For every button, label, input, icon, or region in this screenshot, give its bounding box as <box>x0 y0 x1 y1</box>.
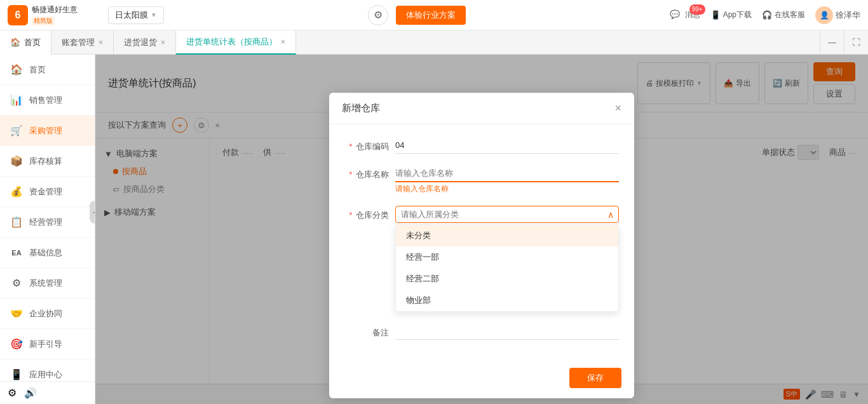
name-label: * 仓库名称 <box>344 165 395 180</box>
bell-icon: 💬 <box>670 10 680 19</box>
sidebar-item-guide[interactable]: 🎯 新手引导 <box>0 329 95 360</box>
tab-bar: 🏠 首页 账套管理 × 进货退货 × 进货单统计表（按商品） × — ⛶ <box>0 30 868 55</box>
tab-accounts[interactable]: 账套管理 × <box>51 30 114 55</box>
tab-home[interactable]: 🏠 首页 <box>0 30 51 55</box>
store-selector[interactable]: 日太阳膜 ▼ <box>108 6 164 24</box>
user-menu[interactable]: 👤 徐泽华 <box>815 6 860 24</box>
gear-icon: ⚙ <box>374 9 383 21</box>
chevron-down-icon: ▼ <box>151 11 157 18</box>
name-field-row: * 仓库名称 请输入仓库名称 <box>344 165 619 194</box>
name-error-msg: 请输入仓库名称 <box>395 184 619 194</box>
settings-bottom-icon[interactable]: ⚙ <box>8 387 17 399</box>
category-input-wrap: ∧ <box>395 206 619 223</box>
experience-btn[interactable]: 体验行业方案 <box>396 6 466 25</box>
sidebar-item-finance[interactable]: 💰 资金管理 <box>0 177 95 207</box>
dropdown-item-uncategorized[interactable]: 未分类 <box>396 225 618 246</box>
dropdown-item-property[interactable]: 物业部 <box>396 290 618 311</box>
home-icon: 🏠 <box>10 64 23 76</box>
modal-title: 新增仓库 <box>342 102 380 114</box>
modal-body: * 仓库编码 * 仓库名称 <box>329 125 634 361</box>
settings-icon: ⚙ <box>10 277 23 289</box>
box-icon: 📦 <box>10 155 23 167</box>
chevron-up-icon: ∧ <box>607 210 614 220</box>
sidebar-footer: ⚙ 🔊 <box>0 381 95 404</box>
main-layout: 🏠 首页 📊 销售管理 🛒 采购管理 📦 库存核算 💰 资金管理 📋 经营管理 … <box>0 55 868 404</box>
sidebar-item-enterprise[interactable]: 🤝 企业协同 <box>0 299 95 329</box>
logo-area: 6 畅捷通好生意 精简版 <box>8 4 103 25</box>
ea-icon: EA <box>10 249 23 257</box>
modal-footer: 保存 <box>329 361 634 398</box>
new-warehouse-modal: 新增仓库 × * 仓库编码 <box>329 93 634 398</box>
code-field-row: * 仓库编码 <box>344 137 619 154</box>
save-btn[interactable]: 保存 <box>569 368 621 388</box>
tab-maximize-btn[interactable]: ⛶ <box>844 30 868 55</box>
category-label: * 仓库分类 <box>344 206 395 221</box>
tab-close-return[interactable]: × <box>161 38 165 47</box>
category-dropdown: 未分类 经营一部 经营二部 物业部 <box>395 224 619 312</box>
name-input[interactable] <box>395 165 619 182</box>
app-download-btn[interactable]: 📱 App下载 <box>710 10 752 20</box>
sidebar-item-sales[interactable]: 📊 销售管理 <box>0 85 95 116</box>
sidebar-item-inventory[interactable]: 📦 库存核算 <box>0 146 95 177</box>
chart-icon: 📊 <box>10 94 23 106</box>
notes-input[interactable] <box>395 323 619 340</box>
headset-icon: 🎧 <box>762 10 772 20</box>
content-area: 进货单统计(按商品) 🖨 按模板打印 ▼ 📤 导出 🔄 刷新 查询 设置 <box>95 55 868 404</box>
online-service-btn[interactable]: 🎧 在线客服 <box>762 10 805 20</box>
name-field: 请输入仓库名称 <box>395 165 619 194</box>
notes-field-row: 备注 <box>344 323 619 340</box>
tab-return[interactable]: 进货退货 × <box>114 30 176 55</box>
app-logo-icon: 6 <box>8 5 28 25</box>
header-center: ⚙ 体验行业方案 <box>164 5 670 25</box>
category-field: ∧ 未分类 经营一部 经营二部 物业部 <box>395 206 619 312</box>
avatar: 👤 <box>815 6 833 24</box>
code-field <box>395 137 619 154</box>
target-icon: 🎯 <box>10 338 23 350</box>
dropdown-item-ops2[interactable]: 经营二部 <box>396 268 618 290</box>
dropdown-item-ops1[interactable]: 经营一部 <box>396 246 618 268</box>
sidebar-item-basic-info[interactable]: EA 基础信息 <box>0 238 95 268</box>
home-icon: 🏠 <box>10 37 20 47</box>
money-icon: 💰 <box>10 185 23 198</box>
tab-purchase-stats[interactable]: 进货单统计表（按商品） × <box>176 30 296 55</box>
sidebar-item-home[interactable]: 🏠 首页 <box>0 55 95 85</box>
notification-btn[interactable]: 💬 99+ 消息 <box>670 10 700 20</box>
tab-controls: — ⛶ <box>820 30 868 55</box>
code-input[interactable] <box>395 137 619 154</box>
top-header: 6 畅捷通好生意 精简版 日太阳膜 ▼ ⚙ 体验行业方案 💬 99+ 消息 📱 … <box>0 0 868 30</box>
settings-icon-btn[interactable]: ⚙ <box>368 5 388 25</box>
logo-text: 畅捷通好生意 精简版 <box>32 4 78 25</box>
tab-close-purchase-stats[interactable]: × <box>281 37 285 46</box>
code-label: * 仓库编码 <box>344 137 395 152</box>
header-right: 💬 99+ 消息 📱 App下载 🎧 在线客服 👤 徐泽华 <box>670 6 860 24</box>
category-input[interactable] <box>395 206 619 223</box>
modal-close-btn[interactable]: × <box>614 102 621 115</box>
sidebar-item-operations[interactable]: 📋 经营管理 <box>0 207 95 238</box>
category-field-row: * 仓库分类 ∧ 未分类 经营一部 经 <box>344 206 619 312</box>
modal-header: 新增仓库 × <box>329 93 634 125</box>
sidebar-item-purchase[interactable]: 🛒 采购管理 <box>0 116 95 146</box>
tab-minimize-btn[interactable]: — <box>820 30 844 55</box>
sidebar: 🏠 首页 📊 销售管理 🛒 采购管理 📦 库存核算 💰 资金管理 📋 经营管理 … <box>0 55 95 404</box>
cart-icon: 🛒 <box>10 125 23 137</box>
sidebar-item-system[interactable]: ⚙ 系统管理 <box>0 268 95 299</box>
handshake-icon: 🤝 <box>10 307 23 320</box>
phone-icon: 📱 <box>710 10 721 20</box>
modal-overlay: 新增仓库 × * 仓库编码 <box>95 55 868 404</box>
notes-field <box>395 323 619 340</box>
mobile-icon: 📱 <box>10 368 23 380</box>
tab-close-accounts[interactable]: × <box>98 38 103 47</box>
sidebar-collapse-btn[interactable]: ◀ <box>90 201 95 224</box>
clipboard-icon: 📋 <box>10 216 23 228</box>
sound-icon[interactable]: 🔊 <box>24 387 37 399</box>
notes-label: 备注 <box>344 323 395 339</box>
